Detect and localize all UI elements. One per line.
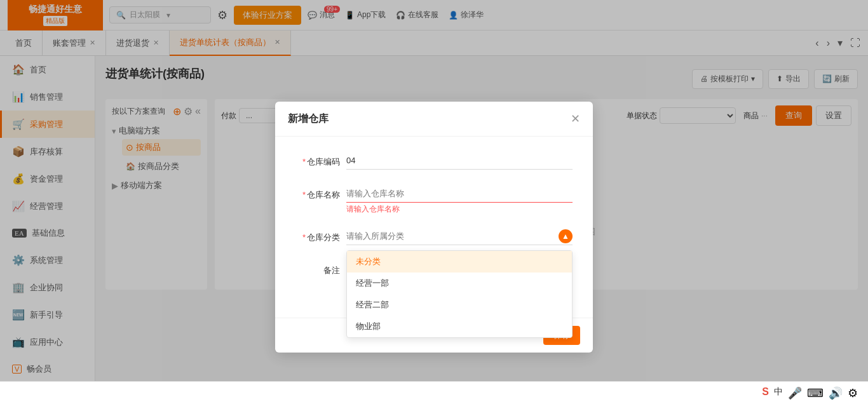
name-label: 仓库名称: [295, 185, 346, 205]
mic-icon[interactable]: 🎤: [788, 386, 802, 400]
category-dropdown-list: 未分类 经营一部 经营二部 物业部: [346, 250, 573, 338]
form-row-name: 仓库名称 请输入仓库名称: [295, 185, 573, 215]
name-control: 请输入仓库名称: [346, 185, 573, 215]
name-error-msg: 请输入仓库名称: [346, 204, 573, 215]
note-label: 备注: [295, 260, 346, 281]
dropdown-item-unclassified[interactable]: 未分类: [347, 251, 572, 273]
new-warehouse-dialog: 新增仓库 ✕ 仓库编码 仓库名称 请输入仓库名称 仓库分类 ▲: [275, 102, 593, 353]
dropdown-item-dept1[interactable]: 经营一部: [347, 273, 572, 294]
speaker-icon[interactable]: 🔊: [829, 386, 843, 400]
form-row-code: 仓库编码: [295, 152, 573, 172]
keyboard-icon[interactable]: ⌨: [807, 386, 824, 400]
dialog-close-btn[interactable]: ✕: [571, 112, 580, 126]
category-input[interactable]: [346, 227, 573, 245]
dropdown-item-dept2[interactable]: 经营二部: [347, 294, 572, 316]
category-dropdown-arrow[interactable]: ▲: [559, 229, 573, 243]
code-control: [346, 152, 573, 170]
warehouse-name-input[interactable]: [346, 185, 573, 203]
chinese-icon: 中: [774, 386, 783, 400]
code-label: 仓库编码: [295, 152, 346, 172]
dropdown-item-dept3[interactable]: 物业部: [347, 316, 572, 337]
dialog-body: 仓库编码 仓库名称 请输入仓库名称 仓库分类 ▲ 未分类 经营一部 经营二部: [275, 137, 593, 318]
dialog-title: 新增仓库: [288, 112, 329, 126]
warehouse-code-input[interactable]: [346, 152, 573, 170]
settings-bottom-icon[interactable]: ⚙: [848, 386, 858, 400]
s-logo-icon: S: [762, 386, 769, 400]
category-control: ▲ 未分类 经营一部 经营二部 物业部: [346, 227, 573, 245]
form-row-category: 仓库分类 ▲ 未分类 经营一部 经营二部 物业部: [295, 227, 573, 248]
category-label: 仓库分类: [295, 227, 346, 248]
dialog-header: 新增仓库 ✕: [275, 102, 593, 137]
